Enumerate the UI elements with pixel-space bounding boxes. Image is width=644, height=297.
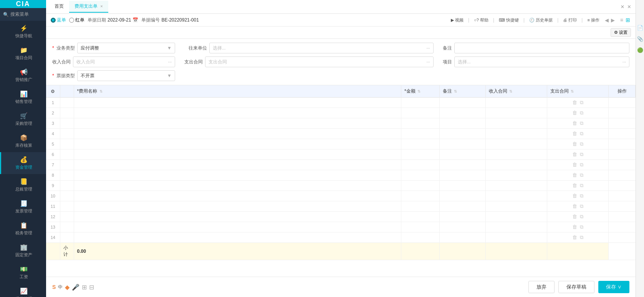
expense-name-cell[interactable] [60,129,74,139]
copy-icon[interactable]: ⧉ [580,151,583,157]
expense-contract-cell[interactable] [486,181,547,191]
amount-cell[interactable] [74,170,401,181]
delete-icon[interactable]: 🗑 [572,224,577,230]
remark-cell[interactable] [401,98,440,108]
col-amount[interactable]: *金额 ⇅ [401,85,440,98]
delete-icon[interactable]: 🗑 [572,214,577,219]
copy-icon[interactable]: ⧉ [580,224,583,230]
delete-icon[interactable]: 🗑 [572,203,577,209]
expense-name-cell[interactable] [60,139,74,149]
expense-name-cell[interactable] [60,201,74,212]
sidebar-item-project[interactable]: 📁项目合同 [0,43,46,65]
expense-name-cell[interactable] [60,181,74,191]
shortcut-btn[interactable]: ⌨ 快捷键 [497,17,521,24]
income-contract-cell[interactable] [440,191,486,201]
delete-icon[interactable]: 🗑 [572,183,577,188]
col-expense-contract[interactable]: 支出合同 ⇅ [547,85,609,98]
sidebar-item-finance[interactable]: 💰资金管理 [0,152,46,174]
expense-name-cell[interactable] [60,222,74,232]
income-contract-cell[interactable] [440,98,486,108]
delete-icon[interactable]: 🗑 [572,172,577,178]
income-contract-cell[interactable] [440,212,486,222]
amount-cell[interactable] [74,212,401,222]
remark-cell[interactable] [401,222,440,232]
income-contract-cell[interactable] [440,118,486,129]
amount-cell[interactable] [74,98,401,108]
copy-icon[interactable]: ⧉ [580,234,583,240]
calendar-icon[interactable]: 📅 [132,17,138,23]
expense-contract-cell[interactable] [486,108,547,118]
sidebar-item-invoice[interactable]: 🧾发票管理 [0,196,46,218]
expense-contract-cell[interactable] [486,201,547,212]
remark-cell[interactable] [401,149,440,160]
remark-cell[interactable] [401,160,440,170]
expense-contract-cell[interactable] [486,149,547,160]
remark-cell[interactable] [401,181,440,191]
amount-cell[interactable] [74,139,401,149]
amount-cell[interactable] [74,201,401,212]
expense-contract-cell[interactable] [486,139,547,149]
sidebar-item-tax[interactable]: 📋税务管理 [0,218,46,240]
expense-name-cell[interactable] [60,118,74,129]
sidebar-item-sales[interactable]: 📊销售管理 [0,86,46,108]
expense-contract-cell[interactable] [486,98,547,108]
sidebar-item-quick-nav[interactable]: ⚡快捷导航 [0,21,46,43]
expense-contract-cell[interactable] [486,212,547,222]
copy-icon[interactable]: ⧉ [580,193,583,199]
copy-icon[interactable]: ⧉ [580,172,583,178]
expense-name-cell[interactable] [60,170,74,181]
expense-name-cell[interactable] [60,191,74,201]
copy-icon[interactable]: ⧉ [580,100,583,105]
right-tab-green[interactable]: 🟢 [636,46,644,55]
amount-cell[interactable] [74,181,401,191]
amount-cell[interactable] [74,191,401,201]
expense-contract-cell[interactable] [486,222,547,232]
remark-cell[interactable] [401,108,440,118]
expense-name-cell[interactable] [60,149,74,160]
copy-icon[interactable]: ⧉ [580,110,583,116]
sidebar-item-purchase[interactable]: 🛒采购管理 [0,108,46,130]
copy-icon[interactable]: ⧉ [580,214,583,219]
business-type-input[interactable]: 应付调整 ▼ [77,43,175,53]
help-btn[interactable]: ○? 帮助 [472,17,491,24]
next-arrow[interactable]: ▶ [610,17,616,24]
delete-icon[interactable]: 🗑 [572,234,577,240]
project-input[interactable]: 选择... ··· [454,56,629,67]
col-expense-name[interactable]: *费用名称 ⇅ [74,85,401,98]
income-contract-cell[interactable] [440,160,486,170]
amount-cell[interactable] [74,118,401,129]
expense-name-cell[interactable] [60,108,74,118]
income-contract-cell[interactable] [440,129,486,139]
income-contract-cell[interactable] [440,201,486,212]
tab-home[interactable]: 首页 [49,1,69,13]
delete-icon[interactable]: 🗑 [572,120,577,126]
history-btn[interactable]: 🕘 历史单据 [527,17,555,24]
remark-input[interactable] [454,43,629,53]
amount-cell[interactable] [74,149,401,160]
tab-expense[interactable]: 费用支出单 × [69,1,108,13]
copy-icon[interactable]: ⧉ [580,131,583,136]
delete-icon[interactable]: 🗑 [572,131,577,136]
list-view-icon[interactable]: ≡ [619,16,624,24]
expense-name-cell[interactable] [60,232,74,243]
sidebar-item-ops[interactable]: 📈经营管理 [0,284,46,297]
amount-cell[interactable] [74,232,401,243]
save-draft-btn[interactable]: 保存草稿 [558,281,594,293]
counterpart-input[interactable]: 选择... ··· [209,43,434,53]
setting-btn[interactable]: ⚙ 设置 [611,28,631,37]
col-remark[interactable]: 备注 ⇅ [440,85,486,98]
expense-contract-cell[interactable] [486,170,547,181]
save-btn[interactable]: 保存 ∨ [598,281,629,293]
right-tab-clip[interactable]: 📎 [636,35,644,43]
sidebar-item-ledger[interactable]: 📒总账管理 [0,174,46,196]
prev-arrow[interactable]: ◀ [604,17,609,24]
remark-cell[interactable] [401,201,440,212]
discard-btn[interactable]: 放弃 [528,281,555,293]
video-btn[interactable]: ▶ 视频 [449,17,466,24]
delete-icon[interactable]: 🗑 [572,162,577,168]
delete-icon[interactable]: 🗑 [572,141,577,147]
remark-cell[interactable] [401,212,440,222]
income-contract-cell[interactable] [440,170,486,181]
window-close[interactable]: × [627,3,631,10]
amount-cell[interactable] [74,222,401,232]
